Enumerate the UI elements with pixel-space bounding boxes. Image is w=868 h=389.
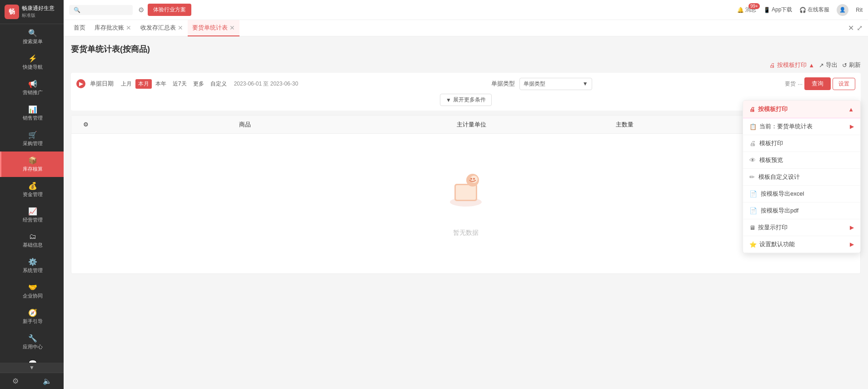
message-button[interactable]: 🔔 消息 99+ (737, 6, 756, 14)
dropdown-item-template-print[interactable]: 🖨 模板打印 (743, 135, 860, 152)
trial-button[interactable]: 体验行业方案 (148, 4, 191, 16)
avatar[interactable]: 👤 (837, 4, 848, 16)
action-bar: 🖨 按模板打印 ▲ ↗ 导出 ↺ 刷新 (71, 61, 861, 69)
sidebar-item-quick-nav[interactable]: ⚡ 快捷导航 (0, 50, 64, 75)
export-icon: ↗ (819, 62, 824, 69)
dropdown-item-template-preview[interactable]: 👁 模板预览 (743, 152, 860, 169)
app-logo-icon: 畅 (5, 5, 19, 19)
date-range: 2023-06-01 至 2023-06-30 (234, 80, 298, 88)
chevron-down-icon: ▼ (583, 81, 588, 87)
date-btn-this-year[interactable]: 本年 (153, 79, 169, 89)
nav-icon-guide: 🧭 (28, 308, 37, 317)
sidebar-item-search[interactable]: 🔍 搜索菜单 (0, 24, 64, 50)
filter-row-1: ▶ 单据日期 上月 本月 本年 近7天 更多 自定义 2023-06-01 至 … (76, 77, 855, 90)
tabs-bar: 首页库存批次账✕收发存汇总表✕要货单统计表✕ ✕ ⤢ (64, 20, 868, 36)
dropdown-item-template-design[interactable]: ✏ 模板自定义设计 (743, 169, 860, 186)
expand-icon[interactable]: ⤢ (857, 24, 863, 32)
sidebar-item-wechat[interactable]: 💬 企业微信 (0, 355, 64, 363)
sidebar-scroll-down[interactable]: ▼ (0, 363, 64, 373)
sidebar-item-system[interactable]: ⚙️ 系统管理 (0, 253, 64, 278)
date-btn-this-month[interactable]: 本月 (135, 79, 152, 89)
sidebar: 畅 畅康通好生意 标准版 🔍 搜索菜单 ⚡ 快捷导航 📢 营销推广 📊 销售管理… (0, 0, 64, 389)
tab-close-batch-account[interactable]: ✕ (126, 25, 131, 31)
sidebar-item-sales[interactable]: 📊 销售管理 (0, 101, 64, 126)
topbar-left: 🔍 ⚙ 体验行业方案 (69, 4, 191, 16)
tab-home[interactable]: 首页 (69, 20, 90, 36)
sidebar-item-marketing[interactable]: 📢 营销推广 (0, 75, 64, 101)
avatar-icon: 👤 (839, 7, 846, 13)
app-download-link[interactable]: 📱 App下载 (763, 6, 792, 14)
date-btn-last-month[interactable]: 上月 (118, 79, 135, 89)
default-icon: ⭐ (749, 241, 757, 248)
type-select[interactable]: 单据类型 ▼ (519, 78, 592, 90)
nav-icon-operations: 📈 (28, 207, 37, 216)
dropdown-item-template-pdf[interactable]: 📄 按模板导出pdf (743, 202, 860, 219)
dropdown-set-default[interactable]: ⭐ 设置默认功能 ▶ (743, 236, 860, 253)
chevron-up-icon: ▲ (848, 106, 854, 113)
nav-icon-search: 🔍 (28, 29, 37, 37)
tab-close-receipt-summary[interactable]: ✕ (178, 25, 183, 31)
topbar-search[interactable]: 🔍 (69, 5, 133, 15)
tabs-resize: ✕ ⤢ (848, 24, 863, 32)
sidebar-item-operations[interactable]: 📈 经营管理 (0, 202, 64, 228)
nav-icon-finance: 💰 (28, 182, 37, 190)
dropdown-current[interactable]: 📋 当前：要货单统计表 ▶ (743, 118, 860, 135)
sidebar-item-guide[interactable]: 🧭 新手引导 (0, 304, 64, 329)
sidebar-item-purchase[interactable]: 🛒 采购管理 (0, 126, 64, 152)
dropdown-header[interactable]: 🖨 按模板打印 ▲ (743, 101, 860, 118)
sidebar-item-base[interactable]: 🗂 基础信息 (0, 228, 64, 253)
printer-small-icon: 🖨 (749, 140, 756, 147)
table-col-1: 商品 (95, 121, 394, 129)
preview-icon: 👁 (749, 157, 756, 164)
sidebar-bottom: ⚙ 🔈 (0, 373, 64, 389)
filter-toggle-icon[interactable]: ▶ (76, 79, 85, 88)
nav-icon-wechat: 💬 (28, 359, 37, 363)
chevron-up-icon: ▲ (808, 62, 814, 69)
svg-point-5 (470, 178, 472, 180)
settings-icon[interactable]: ⚙ (12, 377, 19, 385)
tab-label-receipt-summary: 收发存汇总表 (140, 24, 176, 32)
nav-label-apps: 应用中心 (23, 344, 43, 350)
design-icon: ✏ (749, 173, 755, 181)
date-btn-more[interactable]: 更多 (190, 79, 207, 89)
topbar: 🔍 ⚙ 体验行业方案 🔔 消息 99+ 📱 App下载 🎧 在线客服 👤 (64, 0, 868, 20)
expand-more-btn[interactable]: ▼ 展开更多条件 (440, 94, 492, 106)
nav-icon-quick-nav: ⚡ (28, 54, 37, 63)
settings-icon-col[interactable]: ⚙ (83, 121, 89, 128)
speaker-icon[interactable]: 🔈 (43, 377, 52, 385)
sidebar-item-inventory[interactable]: 📦 库存核算 (0, 152, 64, 177)
template-current-icon: 📋 (749, 123, 757, 130)
export-button[interactable]: ↗ 导出 (819, 61, 838, 69)
topbar-settings-icon[interactable]: ⚙ (138, 6, 144, 14)
tab-order-stats[interactable]: 要货单统计表✕ (188, 20, 239, 36)
app-sub: 标准版 (22, 12, 55, 19)
nav-label-quick-nav: 快捷导航 (23, 64, 43, 71)
printer-icon: 🖨 (749, 106, 755, 113)
user-name: Rit (856, 7, 863, 13)
settings-button[interactable]: 设置 (833, 78, 855, 90)
date-btn-custom[interactable]: 自定义 (208, 79, 229, 89)
dropdown-item-template-excel[interactable]: 📄 按模板导出excel (743, 186, 860, 202)
sidebar-nav: 🔍 搜索菜单 ⚡ 快捷导航 📢 营销推广 📊 销售管理 🛒 采购管理 📦 库存核… (0, 24, 64, 363)
svg-rect-2 (456, 185, 476, 200)
nav-label-inventory: 库存核算 (23, 166, 43, 172)
sidebar-item-finance[interactable]: 💰 资金管理 (0, 177, 64, 202)
online-service-link[interactable]: 🎧 在线客服 (799, 6, 829, 14)
dropdown-display-print[interactable]: 🖥 按显示打印 ▶ (743, 219, 860, 236)
sidebar-item-apps[interactable]: 🔧 应用中心 (0, 329, 64, 355)
query-button[interactable]: 查询 (804, 77, 831, 90)
tab-batch-account[interactable]: 库存批次账✕ (90, 20, 136, 36)
nav-label-collab: 企业协同 (23, 293, 43, 299)
sidebar-item-collab[interactable]: 🤝 企业协同 (0, 278, 64, 304)
more-icon[interactable]: ··· (798, 81, 803, 87)
nav-icon-inventory: 📦 (28, 156, 37, 165)
close-tab-icon[interactable]: ✕ (848, 24, 854, 32)
date-btn-7days[interactable]: 近7天 (170, 79, 190, 89)
tab-close-order-stats[interactable]: ✕ (229, 25, 235, 31)
date-buttons: 上月 本月 本年 近7天 更多 自定义 (118, 79, 229, 89)
nav-label-sales: 销售管理 (23, 115, 43, 121)
tab-receipt-summary[interactable]: 收发存汇总表✕ (136, 20, 188, 36)
print-template-button[interactable]: 🖨 按模板打印 ▲ (769, 61, 814, 69)
nav-label-guide: 新手引导 (23, 318, 43, 325)
refresh-button[interactable]: ↺ 刷新 (842, 61, 861, 69)
